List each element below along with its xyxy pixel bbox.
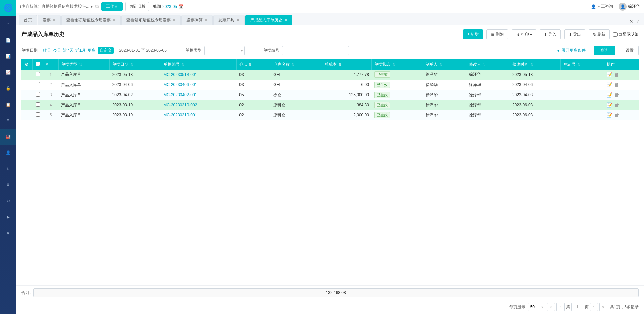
th-status[interactable]: 单据状态 ⇅ — [372, 59, 423, 70]
tab-check-purchase-vat[interactable]: 查看进项增值税专用发票 ✕ — [121, 15, 181, 25]
delete-action-icon[interactable]: 🗑 — [614, 82, 619, 87]
th-warehouse-code[interactable]: 仓... ⇅ — [236, 59, 271, 70]
row-number-link[interactable]: MC-20230319-001 — [163, 113, 197, 117]
th-checkbox[interactable] — [32, 59, 43, 70]
export-button[interactable]: ⬇ 导出 — [564, 29, 585, 39]
row-select-checkbox[interactable] — [36, 72, 40, 76]
sidebar-item-invoice[interactable]: 📄 — [0, 32, 16, 48]
delete-action-icon[interactable]: 🗑 — [614, 112, 619, 118]
type-select[interactable]: 产品入库单 — [204, 46, 245, 55]
copy-icon[interactable]: ⧉ — [95, 4, 99, 9]
row-number[interactable]: MC-20230319-001 — [161, 110, 236, 120]
delete-action-icon[interactable]: 🗑 — [614, 102, 619, 108]
workbench-button[interactable]: 工作台 — [101, 2, 123, 11]
sidebar-item-settings[interactable]: ⚙ — [0, 193, 16, 209]
new-button[interactable]: + 新增 — [463, 29, 483, 39]
edit-action-icon[interactable]: 📝 — [607, 102, 612, 108]
row-checkbox[interactable] — [32, 80, 43, 90]
page-number-input[interactable] — [571, 303, 583, 311]
sidebar-item-analytics[interactable]: 📊 — [0, 48, 16, 64]
delete-action-icon[interactable]: 🗑 — [614, 92, 619, 98]
first-page-button[interactable]: « — [547, 303, 555, 311]
row-number-link[interactable]: MC-20230513-001 — [163, 72, 197, 77]
row-select-checkbox[interactable] — [36, 92, 40, 97]
row-number[interactable]: MC-20230513-001 — [161, 70, 236, 80]
row-checkbox[interactable] — [32, 90, 43, 100]
period-calendar-icon[interactable]: 📅 — [178, 4, 183, 9]
row-select-checkbox[interactable] — [36, 102, 40, 107]
sidebar-item-grid[interactable]: ⊞ — [0, 113, 16, 129]
edit-action-icon[interactable]: 📝 — [607, 112, 612, 118]
print-button[interactable]: 🖨 打印 ▾ — [512, 29, 536, 39]
th-type[interactable]: 单据类型 ⇅ — [58, 59, 110, 70]
sidebar-item-docs[interactable]: 📋 — [0, 97, 16, 113]
tab-invoice-calc[interactable]: 发票测算 ✕ — [181, 15, 213, 25]
th-warehouse-name[interactable]: 仓库名称 ⇅ — [271, 59, 322, 70]
th-modify-time[interactable]: 修改时间 ⇅ — [509, 59, 561, 70]
cut-to-old-button[interactable]: 切到旧版 — [125, 2, 149, 11]
number-filter-input[interactable] — [282, 46, 349, 55]
tab-check-sales-vat[interactable]: 查看销项增值税专用发票 ✕ — [61, 15, 121, 25]
sidebar-item-security[interactable]: 🔒 — [0, 80, 16, 97]
tab-check-sales-vat-close[interactable]: ✕ — [113, 18, 116, 22]
next-page-button[interactable]: › — [590, 303, 598, 311]
row-checkbox[interactable] — [32, 110, 43, 120]
tab-invoice[interactable]: 发票 ✕ — [38, 15, 61, 25]
th-modifier[interactable]: 修改人 ⇅ — [466, 59, 509, 70]
edit-action-icon[interactable]: 📝 — [607, 72, 612, 77]
sidebar-item-user[interactable]: 👤 — [0, 145, 16, 161]
last-page-button[interactable]: » — [599, 303, 607, 311]
tab-product-warehouse-history-close[interactable]: ✕ — [284, 18, 287, 22]
show-detail-checkbox[interactable] — [613, 32, 618, 37]
row-number[interactable]: MC-20230406-001 — [161, 80, 236, 90]
tab-home[interactable]: 首页 — [19, 15, 37, 25]
edit-action-icon[interactable]: 📝 — [607, 82, 612, 87]
row-number[interactable]: MC-20230319-002 — [161, 100, 236, 110]
shortcut-1month[interactable]: 近1月 — [75, 48, 86, 53]
shortcut-yesterday[interactable]: 昨天 — [43, 48, 51, 53]
sidebar-item-chart[interactable]: 📈 — [0, 64, 16, 80]
expand-more-btn[interactable]: ▼ 展开更多条件 — [556, 48, 586, 53]
sidebar-item-home[interactable]: ⌂ — [0, 16, 16, 32]
shortcut-today[interactable]: 今天 — [53, 48, 61, 53]
import-button[interactable]: ⬆ 导入 — [540, 29, 561, 39]
tab-invoice-calc-close[interactable]: ✕ — [205, 18, 208, 22]
th-number[interactable]: 单据编号 ⇅ — [161, 59, 236, 70]
show-detail-toggle[interactable]: □ 显示明细 — [613, 32, 639, 37]
th-voucher[interactable]: 凭证号 ⇅ — [560, 59, 604, 70]
row-number-link[interactable]: MC-20230402-001 — [163, 92, 197, 97]
tab-restore-icon[interactable]: ⤢ — [636, 19, 640, 24]
sidebar-item-download[interactable]: ⬇ — [0, 177, 16, 193]
row-number[interactable]: MC-20230402-001 — [161, 90, 236, 100]
tab-product-warehouse-history[interactable]: 产成品入库单历史 ✕ — [245, 15, 292, 25]
th-date[interactable]: 单据日期 ⇅ — [110, 59, 161, 70]
shortcut-7days[interactable]: 近7天 — [63, 48, 73, 53]
row-select-checkbox[interactable] — [36, 82, 40, 86]
sidebar-item-version[interactable]: V — [0, 225, 16, 241]
row-select-checkbox[interactable] — [36, 112, 40, 117]
th-creator[interactable]: 制单人 ⇅ — [423, 59, 466, 70]
support-link[interactable]: 👤 人工咨询 — [591, 4, 613, 9]
row-checkbox[interactable] — [32, 100, 43, 110]
th-settings[interactable]: ⚙ — [21, 59, 32, 70]
edit-action-icon[interactable]: 📝 — [607, 92, 612, 98]
shortcut-more[interactable]: 更多 — [88, 48, 96, 53]
refresh-button[interactable]: ↻ 刷新 — [589, 29, 610, 39]
tab-check-purchase-vat-close[interactable]: ✕ — [173, 18, 176, 22]
tab-invoice-open-close[interactable]: ✕ — [236, 18, 239, 22]
sidebar-item-play[interactable]: ▶ — [0, 209, 16, 225]
row-checkbox[interactable] — [32, 70, 43, 80]
row-number-link[interactable]: MC-20230406-001 — [163, 82, 197, 87]
company-dropdown-icon[interactable]: ▾ — [91, 4, 93, 9]
sidebar-item-warehouse[interactable]: 🏭 — [0, 129, 16, 145]
search-button[interactable]: 查询 — [594, 46, 615, 55]
select-all-checkbox[interactable] — [36, 62, 40, 66]
delete-button[interactable]: 🗑 删除 — [486, 29, 508, 39]
prev-page-button[interactable]: ‹ — [556, 303, 565, 311]
row-number-link[interactable]: MC-20230319-002 — [163, 103, 197, 107]
tab-invoice-open[interactable]: 发票开具 ✕ — [213, 15, 245, 25]
delete-action-icon[interactable]: 🗑 — [614, 72, 619, 77]
th-total-cost[interactable]: 总成本 ⇅ — [322, 59, 372, 70]
tab-invoice-close[interactable]: ✕ — [53, 18, 56, 22]
settings-filter-button[interactable]: 设置 — [621, 46, 639, 55]
